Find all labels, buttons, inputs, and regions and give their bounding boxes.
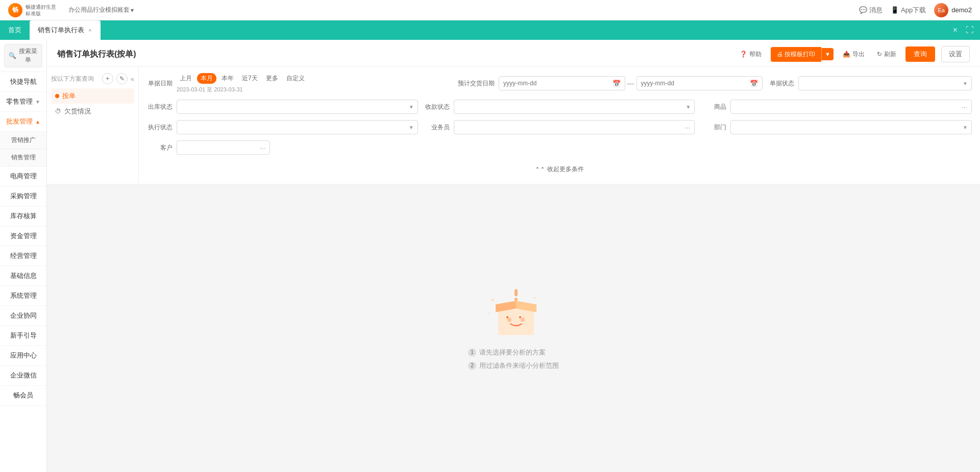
export-btn[interactable]: 📤 导出: [840, 48, 868, 61]
expected-date-from-input[interactable]: [503, 80, 610, 87]
print-btn[interactable]: 🖨 按模板打印: [771, 47, 821, 62]
page-actions: ❓ 帮助 🖨 按模板打印 ▼ 📤 导出 ↻ 刷新: [737, 46, 970, 62]
collapse-up-icon: ⌃⌃: [535, 166, 545, 173]
message-action[interactable]: 💬 消息: [859, 6, 883, 15]
filter-field-goods: 商品 ···: [701, 100, 972, 114]
sidebar-item-inventory[interactable]: 库存核算: [0, 206, 46, 226]
filter-field-customer: 客户 ···: [147, 140, 270, 155]
nav-tabs: 首页 销售订单执行表 × × ⛶: [0, 20, 980, 40]
query-sidebar-title: 按以下方案查询 + ✎ «: [51, 73, 134, 84]
filter-row-2: 出库状态 收款状态: [147, 100, 972, 114]
sidebar-subitem-marketing[interactable]: 营销推广: [0, 132, 46, 149]
filter-field-date: 单据日期 上月 本月 本年 近7天 更多 自定义 2023-03-01 至 20…: [147, 73, 452, 93]
breadcrumb: 办公用品行业模拟账套 ▾: [68, 6, 134, 14]
customer-input-wrapper[interactable]: ···: [177, 140, 270, 155]
chevron-down-icon: ▼: [35, 99, 40, 105]
expected-date-to[interactable]: 📅: [636, 76, 763, 90]
calendar-to-icon: 📅: [750, 80, 758, 87]
sidebar-item-quick-nav[interactable]: 快捷导航: [0, 72, 46, 92]
svg-text:✦: ✦: [491, 297, 495, 303]
sidebar-subitem-sales[interactable]: 销售管理: [0, 149, 46, 167]
sidebar-item-enterprise-collab[interactable]: 企业协同: [0, 306, 46, 326]
search-menu-btn[interactable]: 🔍 搜索菜单: [4, 44, 42, 67]
sidebar: 🔍 搜索菜单 快捷导航 零售管理 ▼ 批发管理 ▲ 营销推广 销售管理 电商管理…: [0, 40, 47, 472]
main-layout: 🔍 搜索菜单 快捷导航 零售管理 ▼ 批发管理 ▲ 营销推广 销售管理 电商管理…: [0, 40, 980, 472]
sidebar-item-purchase[interactable]: 采购管理: [0, 186, 46, 206]
sidebar-item-member[interactable]: 畅会员: [0, 386, 46, 406]
filter-field-doc-status: 单据状态: [769, 76, 972, 90]
expected-date-to-input[interactable]: [641, 80, 748, 87]
filter-field-exec-status: 执行状态: [147, 120, 418, 134]
sidebar-item-app-center[interactable]: 应用中心: [0, 346, 46, 366]
scheme-item-by-order[interactable]: 按单: [51, 88, 134, 104]
expected-date-range: 📅 — 📅: [499, 76, 763, 90]
goods-input[interactable]: [735, 103, 960, 110]
settings-btn[interactable]: 设置: [941, 46, 970, 62]
date-tab-last-month[interactable]: 上月: [177, 73, 195, 84]
nav-tabs-actions: × ⛶: [951, 23, 980, 37]
app-download-action[interactable]: 📱 App下载: [891, 6, 926, 15]
sidebar-item-new-user[interactable]: 新手引导: [0, 326, 46, 346]
payment-status-select-wrapper: [454, 100, 695, 114]
salesperson-input[interactable]: [458, 124, 683, 131]
add-scheme-btn[interactable]: +: [102, 73, 113, 84]
close-window-btn[interactable]: ×: [951, 23, 960, 37]
user-name[interactable]: demo2: [951, 6, 972, 14]
date-tab-this-year[interactable]: 本年: [218, 73, 237, 84]
date-tab-more[interactable]: 更多: [263, 73, 281, 84]
tab-sales-order-label: 销售订单执行表: [38, 26, 84, 35]
svg-rect-8: [514, 289, 518, 296]
sidebar-item-wholesale[interactable]: 批发管理 ▲: [0, 112, 46, 132]
collapse-scheme-btn[interactable]: «: [131, 73, 134, 84]
expected-date-from[interactable]: 📅: [499, 76, 625, 90]
date-tab-7days[interactable]: 近7天: [239, 73, 261, 84]
tab-home-label: 首页: [8, 26, 21, 35]
help-btn[interactable]: ❓ 帮助: [737, 48, 765, 61]
out-status-select[interactable]: [177, 100, 418, 114]
goods-more-icon[interactable]: ···: [962, 103, 967, 111]
salesperson-input-wrapper[interactable]: ···: [454, 120, 695, 134]
breadcrumb-dropdown[interactable]: 办公用品行业模拟账套 ▾: [68, 6, 134, 14]
date-tab-this-month[interactable]: 本月: [197, 73, 216, 84]
edit-scheme-btn[interactable]: ✎: [116, 73, 128, 84]
sidebar-item-basic-info[interactable]: 基础信息: [0, 266, 46, 286]
print-dropdown-btn[interactable]: ▼: [821, 48, 834, 60]
top-header: 畅 畅捷通好生意 标准版 办公用品行业模拟账套 ▾ 💬 消息 📱 App下载 E…: [0, 0, 980, 20]
tab-home[interactable]: 首页: [0, 20, 30, 40]
tab-close-btn[interactable]: ×: [87, 27, 92, 34]
goods-input-wrapper[interactable]: ···: [730, 100, 972, 114]
sidebar-item-finance[interactable]: 资金管理: [0, 226, 46, 246]
scheme-item-shortage[interactable]: ⏱ 欠货情况: [51, 104, 134, 119]
collapse-more-btn[interactable]: ⌃⌃ 收起更多条件: [147, 161, 972, 178]
print-template-btn: 🖨 按模板打印 ▼: [771, 47, 834, 62]
sidebar-item-system[interactable]: 系统管理: [0, 286, 46, 306]
salesperson-more-icon[interactable]: ···: [685, 124, 691, 131]
doc-status-label: 单据状态: [769, 79, 794, 88]
sidebar-search: 🔍 搜索菜单: [0, 40, 46, 72]
payment-status-select[interactable]: [454, 100, 695, 114]
date-tab-custom[interactable]: 自定义: [283, 73, 308, 84]
exec-status-select[interactable]: [177, 120, 418, 134]
filter-field-out-status: 出库状态: [147, 100, 418, 114]
doc-status-select[interactable]: [798, 76, 972, 90]
sidebar-item-operations[interactable]: 经营管理: [0, 246, 46, 266]
payment-status-label: 收款状态: [424, 103, 450, 111]
date-label: 单据日期: [147, 79, 173, 88]
customer-more-icon[interactable]: ···: [260, 144, 265, 152]
department-select-wrapper: [730, 120, 972, 134]
svg-point-9: [514, 298, 518, 301]
sidebar-item-enterprise-wechat[interactable]: 企业微信: [0, 366, 46, 386]
customer-label: 客户: [147, 144, 173, 152]
maximize-window-btn[interactable]: ⛶: [964, 23, 976, 37]
refresh-btn[interactable]: ↻ 刷新: [874, 48, 899, 61]
department-select[interactable]: [730, 120, 972, 134]
tab-sales-order[interactable]: 销售订单执行表 ×: [30, 20, 101, 40]
customer-input[interactable]: [181, 144, 258, 151]
sidebar-item-retail[interactable]: 零售管理 ▼: [0, 92, 46, 112]
sidebar-item-ecommerce[interactable]: 电商管理: [0, 167, 46, 186]
user-area[interactable]: Ea demo2: [934, 3, 972, 17]
query-sidebar-actions: + ✎ «: [102, 73, 134, 84]
query-btn[interactable]: 查询: [905, 46, 935, 62]
svg-text:✦: ✦: [488, 312, 491, 315]
filter-field-department: 部门: [701, 120, 972, 134]
